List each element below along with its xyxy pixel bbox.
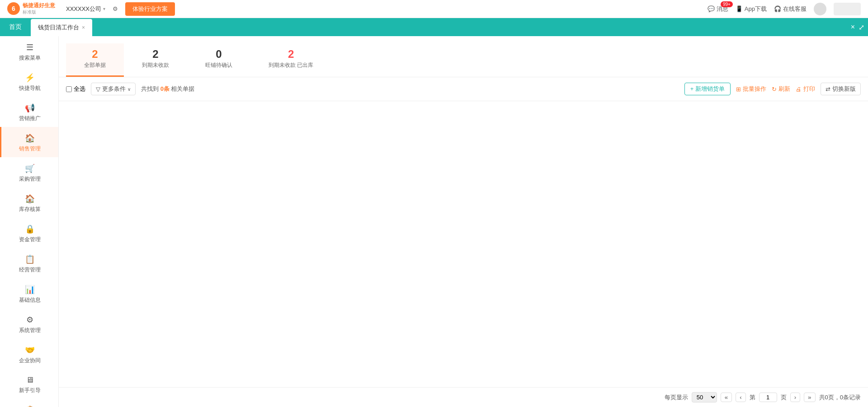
experience-button[interactable]: 体验行业方案 (125, 2, 175, 16)
sidebar-item-basic-info[interactable]: 📊 基础信息 (0, 278, 58, 309)
toolbar-right: + 新增销货单 ⊞ 批量操作 ↻ 刷新 🖨 打印 ⇄ 切换新版 (684, 83, 861, 95)
filter-icon: ▽ (96, 86, 100, 93)
print-button[interactable]: 🖨 打印 (796, 85, 815, 93)
add-sales-order-button[interactable]: + 新增销货单 (684, 83, 731, 95)
sidebar-item-search-label: 搜索菜单 (19, 54, 41, 62)
sidebar-item-sys-mgmt[interactable]: ⚙ 系统管理 (0, 309, 58, 339)
download-icon: 📱 (736, 5, 743, 12)
stat-pending-num: 0 (205, 48, 232, 61)
app-download-button[interactable]: 📱 App下载 (736, 5, 767, 13)
beginner-icon: 🖥 (26, 375, 34, 385)
company-name: XXXXXX公司 (66, 5, 101, 13)
switch-new-version-button[interactable]: ⇄ 切换新版 (821, 83, 861, 95)
sidebar-item-search-menu[interactable]: ☰ 搜索菜单 (0, 36, 58, 66)
stats-tabs: 2 全部单据 2 到期未收款 0 旺铺待确认 2 到期未收款 已出库 (59, 36, 868, 77)
stat-pending-desc: 旺铺待确认 (205, 61, 232, 69)
stat-all-desc: 全部单据 (84, 61, 106, 69)
stat-tab-overdue-shipped[interactable]: 2 到期未收款 已出库 (250, 43, 331, 77)
quick-nav-icon: ⚡ (25, 73, 35, 83)
sidebar: ☰ 搜索菜单 ⚡ 快捷导航 📢 营销推广 🏠 销售管理 🛒 采购管理 🏠 库存核… (0, 36, 59, 407)
messages-button[interactable]: 💬 消息 99+ (708, 5, 728, 13)
stat-tab-all[interactable]: 2 全部单据 (66, 43, 124, 77)
marketing-icon: 📢 (25, 103, 35, 113)
toolbar: 全选 ▽ 更多条件 ∨ 共找到 0条 相关单据 + 新增销货单 ⊞ 批量操作 ↻… (59, 77, 868, 101)
sidebar-item-capital-label: 资金管理 (19, 236, 41, 243)
sales-icon: 🏠 (25, 133, 35, 143)
last-page-button[interactable]: » (804, 393, 815, 402)
tab-maximize-btn[interactable]: ⤢ (859, 23, 864, 32)
page-label: 第 (750, 393, 755, 402)
message-badge: 99+ (721, 1, 733, 7)
company-selector[interactable]: XXXXXX公司 ▾ (66, 5, 105, 13)
stat-shipped-num: 2 (269, 48, 313, 61)
next-page-button[interactable]: › (790, 393, 800, 402)
found-count: 0条 (160, 85, 170, 92)
settings-icon[interactable]: ⚙ (109, 3, 122, 15)
search-menu-icon: ☰ (26, 42, 33, 52)
purchase-icon: 🛒 (25, 164, 35, 173)
coop-icon: 🤝 (25, 345, 35, 355)
avatar[interactable] (814, 3, 826, 15)
sidebar-item-purchase-label: 采购管理 (19, 175, 41, 183)
tab-daily-work[interactable]: 钱货日清工作台 × (31, 19, 92, 36)
stat-tab-overdue[interactable]: 2 到期未收款 (124, 43, 187, 77)
sidebar-item-inventory-label: 库存核算 (19, 206, 41, 213)
batch-operation-button[interactable]: ⊞ 批量操作 (736, 85, 766, 93)
top-right-area: 💬 消息 99+ 📱 App下载 🎧 在线客服 (708, 3, 861, 15)
sidebar-item-marketing[interactable]: 📢 营销推广 (0, 97, 58, 127)
found-text: 共找到 0条 相关单据 (141, 85, 194, 93)
first-page-button[interactable]: « (721, 393, 732, 402)
sidebar-item-sys-label: 系统管理 (19, 327, 41, 334)
tab-bar-actions: × ⤢ (851, 23, 868, 32)
page-input[interactable] (759, 393, 777, 402)
sidebar-item-capital[interactable]: 🔒 资金管理 (0, 218, 58, 248)
sidebar-item-basic-label: 基础信息 (19, 296, 41, 304)
sidebar-item-beginner-label: 新手引导 (19, 387, 41, 394)
sidebar-item-app-center[interactable]: 📦 应用中心 (0, 399, 58, 407)
table-area (59, 101, 868, 387)
message-icon: 💬 (708, 5, 715, 12)
sidebar-item-sales-mgmt[interactable]: 🏠 销售管理 (0, 127, 58, 157)
sidebar-item-quick-nav[interactable]: ⚡ 快捷导航 (0, 66, 58, 97)
sidebar-item-beginner[interactable]: 🖥 新手引导 (0, 369, 58, 399)
top-bar: 6 畅捷通好生意 标准版 XXXXXX公司 ▾ ⚙ 体验行业方案 💬 消息 99… (0, 0, 868, 18)
sidebar-item-marketing-label: 营销推广 (19, 115, 41, 122)
content-area: 2 全部单据 2 到期未收款 0 旺铺待确认 2 到期未收款 已出库 全选 (59, 36, 868, 407)
filter-button[interactable]: ▽ 更多条件 ∨ (91, 83, 136, 95)
tab-close-icon[interactable]: × (82, 24, 85, 31)
per-page-select[interactable]: 50 100 200 (692, 392, 717, 402)
user-info[interactable] (834, 3, 861, 15)
select-all-checkbox[interactable]: 全选 (66, 85, 85, 93)
basic-info-icon: 📊 (25, 285, 35, 295)
stat-overdue-desc: 到期未收款 (142, 61, 169, 69)
logo-badge: 标准版 (23, 9, 55, 15)
total-label: 共0页，0条记录 (819, 393, 861, 402)
all-checkbox[interactable] (66, 86, 72, 92)
chevron-down-icon: ▾ (103, 6, 105, 11)
sidebar-item-coop-label: 企业协同 (19, 357, 41, 365)
sidebar-item-enterprise-coop[interactable]: 🤝 企业协同 (0, 339, 58, 369)
tab-home[interactable]: 首页 (0, 18, 31, 36)
select-all-label: 全选 (74, 85, 85, 93)
sidebar-item-sales-label: 销售管理 (19, 145, 41, 153)
stat-tab-pending[interactable]: 0 旺铺待确认 (187, 43, 250, 77)
online-service-button[interactable]: 🎧 在线客服 (774, 5, 807, 13)
tab-close-window-btn[interactable]: × (851, 23, 855, 31)
prev-page-button[interactable]: ‹ (736, 393, 745, 402)
sidebar-item-ops[interactable]: 📋 经营管理 (0, 248, 58, 278)
sidebar-item-purchase[interactable]: 🛒 采购管理 (0, 157, 58, 187)
inventory-icon: 🏠 (25, 194, 35, 204)
sidebar-item-quick-label: 快捷导航 (19, 84, 41, 92)
stat-all-num: 2 (84, 48, 106, 61)
capital-icon: 🔒 (25, 224, 35, 234)
page-suffix: 页 (781, 393, 787, 402)
ops-icon: 📋 (25, 254, 35, 264)
sidebar-item-inventory[interactable]: 🏠 库存核算 (0, 187, 58, 218)
sidebar-item-ops-label: 经营管理 (19, 266, 41, 274)
filter-label: 更多条件 (102, 85, 126, 93)
refresh-button[interactable]: ↻ 刷新 (772, 85, 790, 93)
logo-area: 6 畅捷通好生意 标准版 (7, 2, 66, 15)
app-center-icon: 📦 (25, 405, 35, 407)
stat-overdue-num: 2 (142, 48, 169, 61)
logo-icon: 6 (7, 2, 20, 15)
